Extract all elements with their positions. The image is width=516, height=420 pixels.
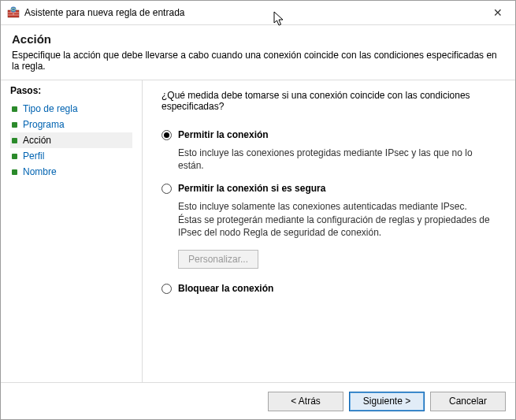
button-label: < Atrás (291, 396, 321, 407)
sidebar-item-action[interactable]: Acción (10, 132, 132, 148)
sidebar: Pasos: Tipo de regla Programa Acción Per… (1, 80, 143, 382)
button-label: Siguiente > (363, 396, 410, 407)
sidebar-item-label: Acción (23, 135, 51, 146)
button-label: Cancelar (449, 396, 487, 407)
radio-icon (161, 284, 172, 294)
sidebar-item-label: Programa (23, 119, 65, 130)
step-bullet-icon (12, 169, 17, 175)
sidebar-item-label: Tipo de regla (23, 103, 78, 114)
steps-label: Pasos: (10, 85, 132, 96)
radio-block-connection[interactable]: Bloquear la conexión (161, 283, 498, 294)
radio-allow-connection[interactable]: Permitir la conexión (161, 129, 498, 140)
header-area: Acción Especifique la acción que debe ll… (1, 25, 515, 80)
main-panel: ¿Qué medida debe tomarse si una conexión… (143, 80, 515, 382)
page-subtitle: Especifique la acción que debe llevarse … (12, 50, 504, 72)
next-button[interactable]: Siguiente > (349, 392, 425, 411)
cancel-button[interactable]: Cancelar (430, 392, 506, 411)
close-icon: ✕ (493, 6, 503, 19)
radio-desc: Esto incluye las conexiones protegidas m… (178, 147, 493, 172)
page-heading: Acción (12, 32, 504, 46)
sidebar-item-profile[interactable]: Perfil (10, 148, 132, 164)
customize-button: Personalizar... (178, 250, 258, 269)
radio-desc: Esto incluye solamente las conexiones au… (178, 200, 493, 239)
radio-title: Permitir la conexión si es segura (178, 183, 498, 194)
window-title: Asistente para nueva regla de entrada (24, 7, 184, 18)
sidebar-item-name[interactable]: Nombre (10, 164, 132, 180)
body: Pasos: Tipo de regla Programa Acción Per… (1, 80, 515, 382)
firewall-icon (7, 6, 20, 19)
sidebar-item-label: Perfil (23, 151, 44, 162)
radio-icon (161, 130, 172, 140)
radio-title: Permitir la conexión (178, 129, 498, 140)
step-bullet-icon (12, 138, 17, 143)
button-label: Personalizar... (188, 254, 248, 265)
step-bullet-icon (12, 106, 17, 112)
question-text: ¿Qué medida debe tomarse si una conexión… (161, 90, 498, 112)
step-bullet-icon (12, 154, 17, 159)
action-radio-group: Permitir la conexión Esto incluye las co… (161, 129, 498, 294)
sidebar-item-label: Nombre (23, 166, 57, 177)
step-bullet-icon (12, 122, 17, 128)
back-button[interactable]: < Atrás (268, 392, 343, 411)
close-button[interactable]: ✕ (481, 1, 515, 24)
radio-icon (161, 184, 172, 194)
radio-title: Bloquear la conexión (178, 283, 498, 294)
footer: < Atrás Siguiente > Cancelar (1, 382, 515, 419)
sidebar-item-program[interactable]: Programa (10, 117, 132, 132)
sidebar-item-rule-type[interactable]: Tipo de regla (10, 101, 132, 117)
radio-allow-if-secure[interactable]: Permitir la conexión si es segura (161, 183, 498, 194)
wizard-window: Asistente para nueva regla de entrada ✕ … (0, 0, 516, 420)
titlebar: Asistente para nueva regla de entrada ✕ (1, 1, 515, 25)
